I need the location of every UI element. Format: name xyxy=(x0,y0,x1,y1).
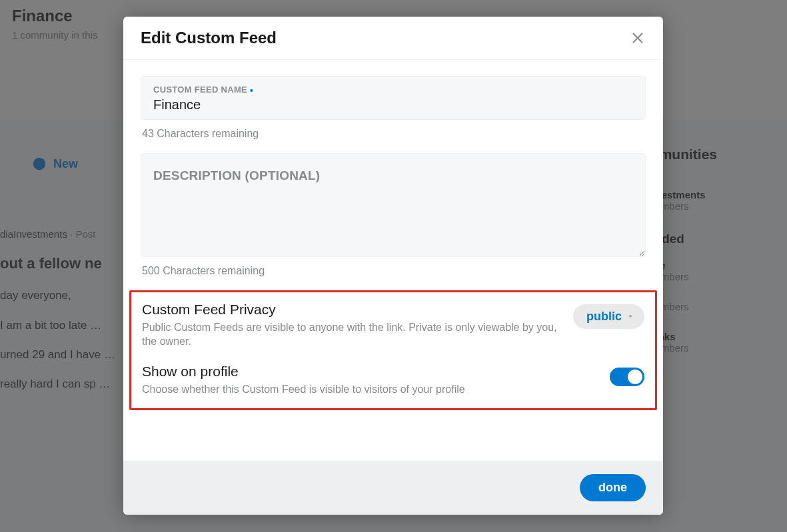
privacy-desc: Public Custom Feeds are visible to anyon… xyxy=(142,320,560,349)
privacy-value: public xyxy=(586,310,622,324)
description-field[interactable]: DESCRIPTION (OPTIONAL) xyxy=(141,153,646,257)
show-on-profile-desc: Choose whether this Custom Feed is visib… xyxy=(142,382,596,397)
privacy-settings-highlight: Custom Feed Privacy Public Custom Feeds … xyxy=(129,290,657,411)
modal-title: Edit Custom Feed xyxy=(141,29,277,47)
custom-feed-name-field[interactable]: CUSTOM FEED NAME• xyxy=(141,76,646,120)
desc-char-remaining: 500 Characters remaining xyxy=(142,265,646,277)
modal-footer: done xyxy=(123,461,663,515)
custom-feed-name-label: CUSTOM FEED NAME• xyxy=(153,85,633,96)
show-on-profile-toggle[interactable] xyxy=(610,368,644,386)
show-on-profile-title: Show on profile xyxy=(142,364,596,380)
edit-custom-feed-modal: Edit Custom Feed CUSTOM FEED NAME• 43 Ch… xyxy=(123,17,663,515)
chevron-down-icon xyxy=(626,312,635,321)
done-button[interactable]: done xyxy=(580,474,646,501)
privacy-title: Custom Feed Privacy xyxy=(142,302,560,318)
description-input[interactable] xyxy=(141,154,645,256)
close-icon[interactable] xyxy=(630,30,646,46)
name-char-remaining: 43 Characters remaining xyxy=(142,128,646,140)
custom-feed-name-input[interactable] xyxy=(153,96,633,113)
privacy-dropdown[interactable]: public xyxy=(573,304,644,329)
